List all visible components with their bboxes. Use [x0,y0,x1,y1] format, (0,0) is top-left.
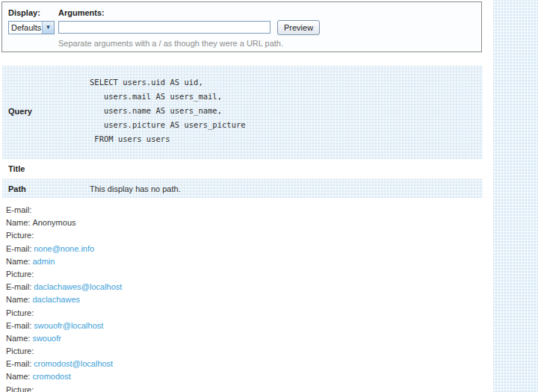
display-select-value: Defaults [9,23,42,32]
name-link[interactable]: daclachawes [32,295,80,304]
query-sql-text: SELECT users.uid AS uid, users.mail AS u… [86,75,246,146]
query-row-label: Query [2,75,86,146]
display-label: Display: [8,8,56,17]
field-email: E-mail:none@none.info [6,243,493,255]
field-picture: Picture: [6,307,493,320]
path-row-label: Path [2,184,86,193]
field-name: Name:Anonymous [6,217,493,229]
field-name: Name:daclachawes [6,293,493,306]
query-row: Query SELECT users.uid AS uid, users.mai… [2,66,483,159]
name-link[interactable]: swouofr [32,334,61,343]
content-area: Display: Defaults ▼ Arguments: Preview S… [0,0,493,392]
field-picture: Picture: [6,268,493,281]
email-field-label: E-mail: [6,321,31,330]
name-link[interactable]: admin [32,257,55,266]
display-select[interactable]: Defaults ▼ [8,21,55,34]
chevron-down-icon[interactable]: ▼ [42,22,54,34]
name-field-label: Name: [6,334,30,343]
email-link[interactable]: none@none.info [34,244,94,253]
email-link[interactable]: daclachawes@localhost [34,282,122,291]
picture-field-label: Picture: [6,385,34,392]
name-field-label: Name: [6,218,30,227]
title-row: Title [2,159,483,179]
email-field-label: E-mail: [6,244,31,253]
field-picture: Picture: [6,384,493,392]
picture-field-label: Picture: [6,346,34,355]
preview-controls-panel: Display: Defaults ▼ Arguments: Preview S… [1,1,482,52]
picture-field-label: Picture: [6,270,34,279]
preview-results: E-mail: Name:Anonymous Picture: E-mail:n… [0,198,493,392]
name-field-label: Name: [6,372,30,381]
field-picture: Picture: [6,229,493,242]
field-name: Name:cromodost [6,370,493,383]
field-name: Name:swouofr [6,332,493,345]
name-field-label: Name: [6,257,30,266]
field-email: E-mail:swouofr@localhost [6,320,493,332]
email-link[interactable]: cromodost@localhost [34,359,113,368]
picture-field-label: Picture: [6,308,34,317]
page-background: Display: Defaults ▼ Arguments: Preview S… [0,0,538,392]
field-email: E-mail: [6,204,493,217]
path-row-value: This display has no path. [86,184,181,193]
name-field-label: Name: [6,295,30,304]
field-email: E-mail:cromodost@localhost [6,358,493,370]
email-field-label: E-mail: [6,282,31,291]
preview-button[interactable]: Preview [277,20,320,35]
arguments-input[interactable] [58,21,270,34]
arguments-help-text: Separate arguments with a / as though th… [58,39,481,48]
path-row: Path This display has no path. [2,179,483,198]
view-info-table: Query SELECT users.uid AS uid, users.mai… [2,66,483,198]
arguments-label: Arguments: [58,8,481,17]
field-email: E-mail:daclachawes@localhost [6,281,493,293]
field-name: Name:admin [6,255,493,268]
picture-field-label: Picture: [6,231,34,240]
email-link[interactable]: swouofr@localhost [34,321,103,330]
name-value: Anonymous [32,218,75,227]
arguments-column: Arguments: Preview Separate arguments wi… [58,8,481,52]
title-row-label: Title [2,164,86,173]
display-column: Display: Defaults ▼ [8,8,56,52]
email-field-label: E-mail: [6,205,31,214]
email-field-label: E-mail: [6,359,31,368]
field-picture: Picture: [6,345,493,358]
name-link[interactable]: cromodost [32,372,70,381]
